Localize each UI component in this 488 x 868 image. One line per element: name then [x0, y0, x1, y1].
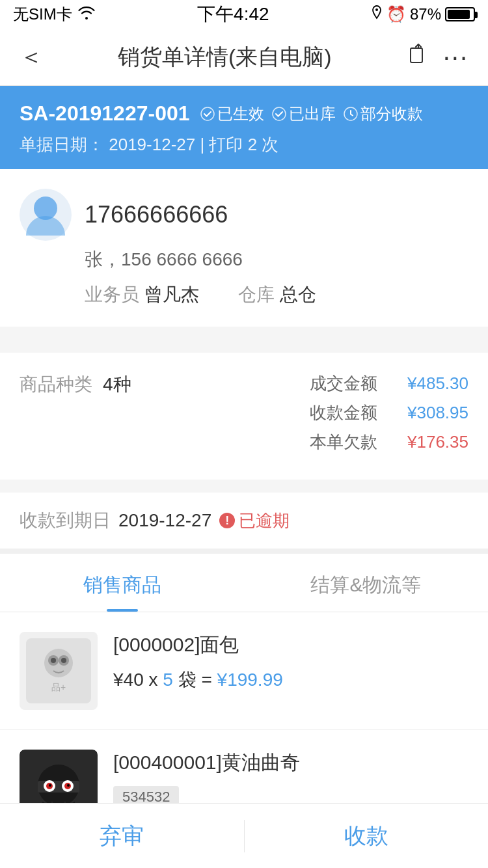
product-total-1: ¥199.99 — [217, 670, 283, 690]
received-value: ¥308.95 — [390, 403, 468, 423]
amount-row: 成交金额 ¥485.30 — [310, 372, 468, 395]
status-tags: 已生效 已出库 部分收款 — [200, 103, 423, 124]
more-button[interactable]: ··· — [443, 42, 468, 72]
nav-actions: ··· — [407, 42, 468, 72]
stats-right: 成交金额 ¥485.30 收款金额 ¥308.95 本单欠款 ¥176.35 — [310, 372, 468, 460]
page-title: 销货单详情(来自电脑) — [118, 42, 332, 72]
received-label: 收款金额 — [310, 401, 377, 424]
warehouse-value: 总仓 — [280, 282, 316, 307]
alarm-icon: ⏰ — [386, 5, 406, 23]
customer-id: 17666666666 — [85, 201, 228, 228]
nav-bar: ＜ 销货单详情(来自电脑) ··· — [0, 29, 488, 86]
bottom-bar: 弃审 收款 — [0, 803, 488, 868]
salesperson-label: 业务员 — [85, 282, 139, 307]
svg-point-10 — [51, 658, 56, 663]
status-effected: 已生效 — [200, 103, 264, 124]
date-label: 单据日期： — [20, 135, 104, 154]
status-bar: 无SIM卡 下午4:42 ⏰ 87% — [0, 0, 488, 29]
due-date-label: 收款到期日 — [20, 508, 111, 533]
category-stats: 商品种类 4种 — [20, 372, 131, 397]
product-price-row-1: ¥40 x 5 袋 = ¥199.99 — [113, 668, 468, 692]
print-info: | 打印 2 次 — [200, 135, 278, 154]
overdue-dot-icon: ! — [219, 513, 235, 528]
due-date-section: 收款到期日 2019-12-27 ! 已逾期 — [0, 493, 488, 554]
category-label: 商品种类 — [20, 372, 92, 397]
status-left: 无SIM卡 — [13, 4, 96, 25]
status-partial-payment: 部分收款 — [344, 103, 423, 124]
status-time: 下午4:42 — [197, 2, 269, 27]
due-date-value: 2019-12-27 — [118, 510, 211, 531]
svg-point-11 — [61, 658, 66, 663]
svg-point-2 — [201, 107, 214, 120]
wifi-icon — [77, 5, 96, 23]
svg-point-21 — [67, 784, 70, 787]
product-info-1: [0000002]面包 ¥40 x 5 袋 = ¥199.99 — [113, 632, 468, 692]
svg-point-3 — [273, 107, 286, 120]
battery-icon — [445, 7, 475, 21]
amount-label: 成交金额 — [310, 372, 377, 395]
svg-text:品+: 品+ — [51, 682, 66, 692]
header-band: SA-20191227-001 已生效 已出库 — [0, 86, 488, 169]
svg-rect-1 — [411, 48, 422, 62]
order-id: SA-20191227-001 — [20, 102, 190, 126]
product-qty-1: 5 — [163, 670, 173, 690]
category-value: 4种 — [103, 372, 131, 397]
svg-point-20 — [49, 784, 51, 787]
customer-meta: 业务员 曾凡杰 仓库 总仓 — [85, 282, 468, 307]
customer-section: 17666666666 张，156 6666 6666 业务员 曾凡杰 仓库 总… — [0, 169, 488, 327]
overdue-badge: ! 已逾期 — [219, 509, 290, 532]
abandon-audit-button[interactable]: 弃审 — [0, 808, 244, 864]
svg-point-0 — [375, 8, 378, 11]
product-name-2: [000400001]黄油曲奇 — [113, 750, 468, 776]
owed-label: 本单欠款 — [310, 431, 377, 454]
product-name-1: [0000002]面包 — [113, 632, 468, 658]
product-thumb-1: 品+ — [20, 632, 98, 710]
back-button[interactable]: ＜ — [20, 41, 43, 73]
stats-left: 商品种类 4种 — [20, 372, 131, 397]
salesperson-item: 业务员 曾凡杰 — [85, 282, 199, 307]
received-row: 收款金额 ¥308.95 — [310, 401, 468, 424]
order-date: 2019-12-27 — [109, 135, 195, 154]
amount-value: ¥485.30 — [390, 373, 468, 394]
tabs-section: 销售商品 结算&物流等 — [0, 554, 488, 612]
owed-row: 本单欠款 ¥176.35 — [310, 431, 468, 454]
collect-payment-button[interactable]: 收款 — [245, 808, 489, 864]
customer-name-phone: 张，156 6666 6666 — [85, 247, 468, 272]
status-shipped: 已出库 — [272, 103, 336, 124]
warehouse-label: 仓库 — [238, 282, 275, 307]
product-item: 品+ [0000002]面包 ¥40 x 5 袋 = ¥199.99 — [0, 612, 488, 730]
status-right: ⏰ 87% — [371, 5, 475, 23]
carrier-label: 无SIM卡 — [13, 4, 72, 25]
tab-settlement-logistics[interactable]: 结算&物流等 — [244, 554, 488, 612]
stats-section: 商品种类 4种 成交金额 ¥485.30 收款金额 ¥308.95 本单欠款 ¥… — [0, 353, 488, 480]
salesperson-value: 曾凡杰 — [144, 282, 199, 307]
battery-percent: 87% — [410, 5, 441, 23]
customer-avatar — [20, 189, 72, 241]
divider1 — [0, 327, 488, 340]
location-icon — [371, 5, 383, 23]
owed-value: ¥176.35 — [390, 432, 468, 452]
warehouse-item: 仓库 总仓 — [238, 282, 316, 307]
order-date-row: 单据日期： 2019-12-27 | 打印 2 次 — [20, 133, 468, 156]
share-button[interactable] — [407, 43, 430, 72]
overdue-label: 已逾期 — [239, 509, 290, 532]
tab-sales-products[interactable]: 销售商品 — [0, 554, 244, 612]
